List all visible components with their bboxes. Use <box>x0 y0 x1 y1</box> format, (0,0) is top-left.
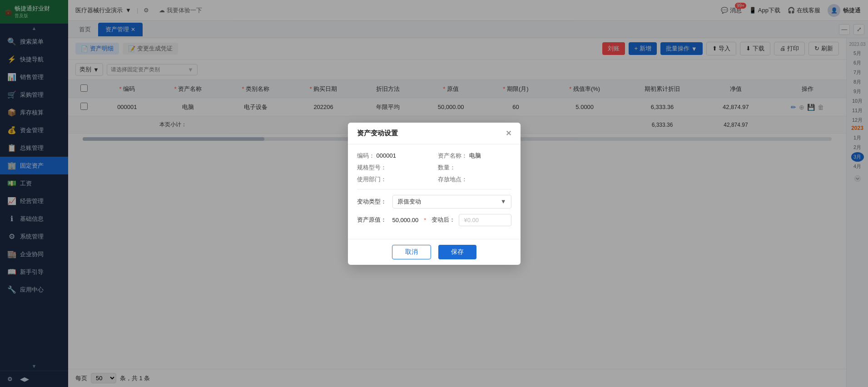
modal-change-type-select[interactable]: 原值变动 ▼ <box>392 195 511 208</box>
modal-location-label: 存放地点： <box>438 175 467 184</box>
modal-original-row: 资产原值： 50,000.00 * 变动后： <box>357 214 511 226</box>
required-star: * <box>424 217 426 223</box>
modal-code-item: 编码： 000001 <box>357 152 431 160</box>
modal-name-item: 资产名称： 电脑 <box>438 152 511 160</box>
modal-info-grid: 编码： 000001 资产名称： 电脑 规格型号： 数量： 使用部门： <box>357 152 511 184</box>
modal-change-type-label: 变动类型： <box>357 198 389 206</box>
modal-spec-item: 规格型号： <box>357 164 431 172</box>
modal-original-label: 资产原值： <box>357 216 389 224</box>
modal-change-type-row: 变动类型： 原值变动 ▼ <box>357 195 511 208</box>
modal-after-label: 变动后： <box>432 216 455 224</box>
modal-dept-label: 使用部门： <box>357 175 387 184</box>
save-btn[interactable]: 保存 <box>438 245 476 259</box>
modal-name-label: 资产名称： <box>438 152 467 160</box>
modal-header: 资产变动设置 ✕ <box>348 123 521 144</box>
asset-change-modal: 资产变动设置 ✕ 编码： 000001 资产名称： 电脑 规格型号： 数量： <box>348 123 521 265</box>
modal-original-value: 50,000.00 <box>392 217 419 223</box>
cancel-btn[interactable]: 取消 <box>392 245 431 259</box>
modal-location-item: 存放地点： <box>438 175 511 184</box>
modal-body: 编码： 000001 资产名称： 电脑 规格型号： 数量： 使用部门： <box>348 144 521 239</box>
modal-code-value: 000001 <box>377 152 396 159</box>
modal-divider1 <box>357 189 511 189</box>
modal-close-btn[interactable]: ✕ <box>506 129 511 138</box>
modal-change-type-value: 原值变动 <box>397 198 501 206</box>
modal-after-input[interactable] <box>459 214 511 226</box>
modal-code-label: 编码： <box>357 152 375 160</box>
modal-dept-item: 使用部门： <box>357 175 431 184</box>
modal-name-value: 电脑 <box>469 152 481 160</box>
modal-title: 资产变动设置 <box>357 129 398 138</box>
modal-overlay: 资产变动设置 ✕ 编码： 000001 资产名称： 电脑 规格型号： 数量： <box>0 0 868 387</box>
modal-spec-label: 规格型号： <box>357 164 387 172</box>
modal-qty-item: 数量： <box>438 164 511 172</box>
change-type-dropdown-icon: ▼ <box>501 198 506 205</box>
modal-qty-label: 数量： <box>438 164 456 172</box>
modal-footer: 取消 保存 <box>348 239 521 265</box>
